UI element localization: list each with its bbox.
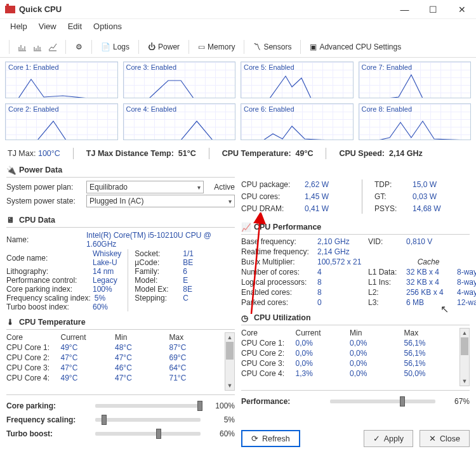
close-button-bottom[interactable]: ✕Close bbox=[420, 430, 470, 447]
tjmax-label: TJ Max: bbox=[8, 149, 36, 158]
util-scrollbar[interactable]: ▲▼ bbox=[459, 328, 470, 386]
cpuspeed-value: 2,14 GHz bbox=[389, 149, 423, 158]
tjdist-value: 51°C bbox=[178, 149, 196, 158]
menu-options[interactable]: Options bbox=[93, 22, 122, 31]
activity-icon: ◷ bbox=[241, 313, 250, 322]
gear-icon[interactable]: ⚙ bbox=[72, 41, 85, 53]
core-graph-1[interactable]: Core 1: Enabled bbox=[5, 62, 118, 98]
advanced-button[interactable]: ▣Advanced CPU Settings bbox=[307, 41, 404, 53]
close-icon: ✕ bbox=[429, 434, 436, 443]
core-graph-4[interactable]: Core 4: Enabled bbox=[123, 103, 236, 140]
close-button[interactable]: ✕ bbox=[447, 0, 476, 19]
utilization-table: Core Current Min Max CPU Core 1:0,0%0,0%… bbox=[241, 328, 470, 386]
refresh-icon: ⟳ bbox=[251, 434, 258, 443]
memory-button[interactable]: ▭Memory bbox=[195, 41, 237, 53]
cpu-icon: ▣ bbox=[310, 42, 317, 51]
table-row: CPU Core 1:0,0%0,0%56,1% bbox=[241, 338, 470, 348]
gauge-icon: 📈 bbox=[241, 223, 250, 231]
power-plan-label: System power plan: bbox=[6, 183, 83, 192]
table-row: CPU Core 1:49°C48°C87°C bbox=[6, 342, 235, 353]
refresh-button[interactable]: ⟳Refresh bbox=[241, 430, 300, 447]
performance-slider[interactable] bbox=[330, 400, 435, 403]
log-icon: 📄 bbox=[101, 42, 110, 51]
power-plan-active: Active bbox=[214, 183, 235, 192]
power-state-combo[interactable]: Plugged In (AC)▾ bbox=[86, 195, 235, 207]
power-icon: ⏻ bbox=[148, 42, 155, 51]
table-row: CPU Core 3:0,0%0,0%56,1% bbox=[241, 358, 470, 368]
memory-icon: ▭ bbox=[198, 42, 205, 51]
chart2-icon[interactable] bbox=[31, 41, 44, 53]
menubar: Help View Edit Options bbox=[0, 19, 476, 36]
cputemp-label: CPU Temperature: bbox=[222, 149, 291, 158]
plug-icon: 🔌 bbox=[6, 166, 15, 174]
check-icon: ✓ bbox=[373, 434, 380, 443]
temp-panel-header: 🌡CPU Temperature bbox=[6, 316, 235, 330]
table-row: CPU Core 3:47°C46°C64°C bbox=[6, 363, 235, 373]
dropdown-icon: ▾ bbox=[228, 198, 232, 205]
chart1-icon[interactable] bbox=[16, 41, 29, 53]
power-plan-combo[interactable]: Equilibrado▾ bbox=[86, 181, 204, 193]
core-graph-8[interactable]: Core 8: Enabled bbox=[359, 103, 472, 140]
turbo-boost-slider[interactable] bbox=[95, 432, 201, 436]
power-panel-header: 🔌Power Data bbox=[6, 164, 235, 178]
menu-edit[interactable]: Edit bbox=[68, 22, 82, 31]
window-title: Quick CPU bbox=[19, 4, 62, 14]
menu-help[interactable]: Help bbox=[10, 22, 27, 31]
thermo-icon: 🌡 bbox=[6, 318, 15, 327]
core-graph-5[interactable]: Core 5: Enabled bbox=[241, 62, 354, 98]
monitor-icon: 🖥 bbox=[6, 216, 15, 224]
power-state-label: System power state: bbox=[6, 197, 83, 205]
menu-view[interactable]: View bbox=[39, 22, 56, 31]
cpuspeed-label: CPU Speed: bbox=[339, 149, 385, 158]
core-graph-6[interactable]: Core 6: Enabled bbox=[241, 103, 354, 140]
apply-button[interactable]: ✓Apply bbox=[364, 430, 413, 447]
core-graph-2[interactable]: Core 2: Enabled bbox=[5, 103, 118, 140]
util-panel-header: ◷CPU Utilization bbox=[241, 312, 470, 325]
toolbar: ⚙ 📄Logs ⏻Power ▭Memory 〽Sensors ▣Advance… bbox=[0, 36, 476, 58]
minimize-button[interactable]: — bbox=[390, 0, 419, 19]
sensors-button[interactable]: 〽Sensors bbox=[251, 41, 294, 53]
core-graph-7[interactable]: Core 7: Enabled bbox=[359, 62, 472, 98]
titlebar: Quick CPU — ☐ ✕ bbox=[0, 0, 476, 19]
summary-row: TJ Max: 100°C TJ Max Distance Temp: 51°C… bbox=[0, 144, 476, 164]
table-row: CPU Core 4:49°C47°C71°C bbox=[6, 373, 235, 383]
chart3-icon[interactable] bbox=[46, 41, 59, 53]
perf-panel-header: 📈CPU Performance bbox=[241, 221, 470, 235]
temp-scrollbar[interactable]: ▲▼ bbox=[225, 332, 235, 391]
cpudata-panel-header: 🖥CPU Data bbox=[6, 214, 235, 228]
table-row: CPU Core 2:0,0%0,0%56,1% bbox=[241, 348, 470, 358]
power-button[interactable]: ⏻Power bbox=[145, 41, 182, 53]
app-icon bbox=[5, 6, 15, 13]
cputemp-value: 49°C bbox=[296, 149, 314, 158]
cpu-name: Intel(R) Core(TM) i5-10210U CPU @ 1.60GH… bbox=[86, 231, 235, 249]
maximize-button[interactable]: ☐ bbox=[419, 0, 447, 19]
table-row: CPU Core 4:1,3%0,0%50,0% bbox=[241, 368, 470, 379]
sensors-icon: 〽 bbox=[253, 42, 261, 51]
dropdown-icon: ▾ bbox=[197, 184, 201, 191]
logs-button[interactable]: 📄Logs bbox=[98, 41, 132, 53]
temperature-table: Core Current Min Max CPU Core 1:49°C48°C… bbox=[6, 332, 235, 391]
core-parking-slider[interactable] bbox=[95, 404, 201, 408]
tjdist-label: TJ Max Distance Temp: bbox=[86, 149, 174, 158]
table-row: CPU Core 2:47°C47°C69°C bbox=[6, 353, 235, 363]
freq-scaling-slider[interactable] bbox=[95, 418, 201, 422]
tjmax-value: 100°C bbox=[38, 149, 60, 158]
core-graph-grid: Core 1: Enabled Core 3: Enabled Core 5: … bbox=[0, 58, 476, 144]
core-graph-3[interactable]: Core 3: Enabled bbox=[123, 62, 236, 98]
